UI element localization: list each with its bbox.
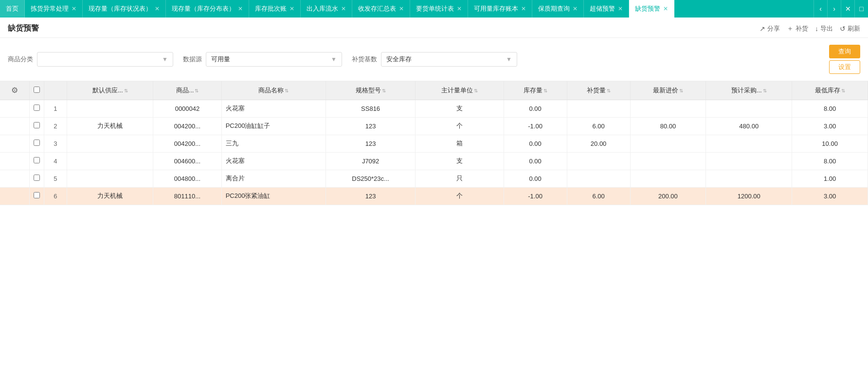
row-min-stock-5: 3.00 — [792, 187, 868, 205]
row-code-1: 004200... — [153, 117, 221, 135]
row-est-purchase-5: 1200.00 — [706, 187, 792, 205]
row-supplier-2 — [67, 135, 153, 152]
table-row: 6 力天机械 801110... PC200张紧油缸 123 个 -1.00 6… — [0, 187, 868, 205]
nav-close-6[interactable]: ✕ — [399, 5, 404, 12]
nav-item-label-7: 要货单统计表 — [416, 4, 454, 13]
nav-close-10[interactable]: ✕ — [618, 5, 623, 12]
nav-arrows: ‹›✕□ — [814, 0, 868, 18]
row-select-0[interactable] — [34, 105, 40, 111]
row-min-stock-0: 8.00 — [792, 100, 868, 117]
row-checkbox-2[interactable] — [29, 135, 44, 152]
row-unit-2: 箱 — [416, 135, 504, 152]
filter-select-category[interactable]: ▼ — [37, 52, 173, 67]
table-container: ⚙ 默认供应...⇅ 商品...⇅ 商品名称⇅ 规格型号⇅ 主计量单位⇅ 库存量… — [0, 81, 868, 205]
row-est-purchase-1: 480.00 — [706, 117, 792, 135]
filter-select-datasource-value: 可用量 — [211, 55, 230, 64]
table-row: 1 0000042 火花塞 SS816 支 0.00 8.00 — [0, 100, 868, 117]
row-checkbox-1[interactable] — [29, 117, 44, 135]
nav-item-label-2: 现存量（库存状况表） — [89, 4, 152, 13]
row-est-purchase-2 — [706, 135, 792, 152]
row-index-3: 4 — [44, 152, 67, 170]
refresh-button[interactable]: ↺刷新 — [840, 24, 860, 33]
col-replenish: 补货量⇅ — [567, 81, 630, 100]
export-button[interactable]: ↓导出 — [815, 24, 833, 33]
col-latest-price: 最新进价⇅ — [630, 81, 706, 100]
restock-label: 补货 — [796, 24, 808, 33]
row-supplier-3 — [67, 152, 153, 170]
row-replenish-5: 6.00 — [567, 187, 630, 205]
row-settings-3 — [0, 152, 29, 170]
export-label: 导出 — [820, 24, 833, 33]
nav-item-4[interactable]: 库存批次账✕ — [249, 0, 301, 18]
filter-select-datasource[interactable]: 可用量 ▼ — [206, 52, 342, 67]
row-checkbox-0[interactable] — [29, 100, 44, 117]
nav-close-11[interactable]: ✕ — [663, 5, 668, 12]
row-replenish-0 — [567, 100, 630, 117]
restock-button[interactable]: ＋补货 — [787, 24, 808, 33]
row-est-purchase-3 — [706, 152, 792, 170]
nav-item-7[interactable]: 要货单统计表✕ — [410, 0, 468, 18]
filter-select-replenish[interactable]: 安全库存 ▼ — [381, 52, 517, 67]
chevron-down-icon: ▼ — [162, 56, 168, 63]
row-checkbox-5[interactable] — [29, 187, 44, 205]
table-row: 5 004800... 离合片 DS250*23c... 只 0.00 1.00 — [0, 170, 868, 187]
row-select-4[interactable] — [34, 175, 40, 181]
nav-prev-btn[interactable]: ‹ — [814, 0, 827, 18]
row-price-4 — [630, 170, 706, 187]
select-all-checkbox[interactable] — [34, 87, 40, 93]
settings-button[interactable]: 设置 — [829, 60, 860, 74]
share-button[interactable]: ↗分享 — [760, 24, 780, 33]
nav-maximize-btn[interactable]: □ — [854, 0, 868, 18]
nav-item-2[interactable]: 现存量（库存状况表）✕ — [83, 0, 166, 18]
row-replenish-3 — [567, 152, 630, 170]
row-unit-0: 支 — [416, 100, 504, 117]
nav-close-3[interactable]: ✕ — [238, 5, 243, 12]
col-product-code: 商品...⇅ — [153, 81, 221, 100]
col-product-name: 商品名称⇅ — [221, 81, 326, 100]
table-row: 4 004600... 火花塞 J7092 支 0.00 8.00 — [0, 152, 868, 170]
nav-close-all-btn[interactable]: ✕ — [841, 0, 854, 18]
nav-close-8[interactable]: ✕ — [521, 5, 526, 12]
row-select-3[interactable] — [34, 157, 40, 163]
nav-item-9[interactable]: 保质期查询✕ — [532, 0, 584, 18]
nav-close-4[interactable]: ✕ — [289, 5, 294, 12]
nav-item-8[interactable]: 可用量库存账本✕ — [468, 0, 532, 18]
nav-close-2[interactable]: ✕ — [155, 5, 160, 12]
nav-close-9[interactable]: ✕ — [573, 5, 578, 12]
nav-item-6[interactable]: 收发存汇总表✕ — [352, 0, 410, 18]
nav-item-3[interactable]: 现存量（库存分布表）✕ — [166, 0, 249, 18]
filter-select-replenish-value: 安全库存 — [386, 55, 412, 64]
row-checkbox-4[interactable] — [29, 170, 44, 187]
row-index-4: 5 — [44, 170, 67, 187]
nav-item-label-11: 缺货预警 — [635, 4, 660, 13]
nav-item-5[interactable]: 出入库流水✕ — [301, 0, 352, 18]
nav-item-1[interactable]: 拣货异常处理✕ — [25, 0, 83, 18]
row-price-5: 200.00 — [630, 187, 706, 205]
nav-item-10[interactable]: 超储预警✕ — [584, 0, 629, 18]
row-spec-0: SS816 — [326, 100, 415, 117]
nav-item-0[interactable]: 首页 — [0, 0, 25, 18]
nav-close-5[interactable]: ✕ — [341, 5, 346, 12]
nav-item-label-3: 现存量（库存分布表） — [172, 4, 235, 13]
nav-item-11[interactable]: 缺货预警✕ — [629, 0, 674, 18]
nav-close-1[interactable]: ✕ — [72, 5, 76, 12]
row-select-2[interactable] — [34, 140, 40, 146]
nav-close-7[interactable]: ✕ — [457, 5, 462, 12]
refresh-label: 刷新 — [848, 24, 860, 33]
row-code-4: 004800... — [153, 170, 221, 187]
page-header: 缺货预警 ↗分享＋补货↓导出↺刷新 — [0, 18, 868, 38]
row-select-5[interactable] — [34, 192, 40, 198]
nav-next-btn[interactable]: › — [827, 0, 841, 18]
row-price-2 — [630, 135, 706, 152]
row-index-2: 3 — [44, 135, 67, 152]
row-name-3: 火花塞 — [221, 152, 326, 170]
row-stock-4: 0.00 — [504, 170, 567, 187]
col-min-stock: 最低库存⇅ — [792, 81, 868, 100]
query-button[interactable]: 查询 — [829, 45, 860, 58]
nav-item-label-1: 拣货异常处理 — [31, 4, 69, 13]
row-checkbox-3[interactable] — [29, 152, 44, 170]
gear-icon[interactable]: ⚙ — [11, 86, 18, 94]
row-select-1[interactable] — [34, 122, 40, 128]
refresh-icon: ↺ — [840, 25, 846, 33]
row-name-2: 三九 — [221, 135, 326, 152]
